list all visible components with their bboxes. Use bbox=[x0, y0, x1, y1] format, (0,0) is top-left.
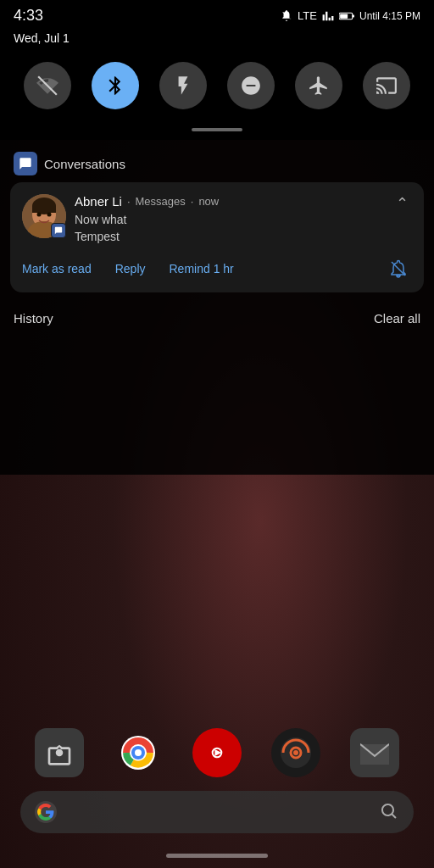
conversations-icon bbox=[14, 152, 37, 175]
notif-message1: Now what bbox=[75, 212, 392, 229]
svg-point-10 bbox=[47, 213, 52, 217]
chat-icon bbox=[19, 157, 32, 170]
chrome-app-icon[interactable] bbox=[114, 728, 163, 777]
clear-all-button[interactable]: Clear all bbox=[374, 311, 420, 326]
spacer bbox=[0, 334, 434, 715]
notif-time: now bbox=[198, 195, 219, 208]
battery-icon bbox=[339, 11, 354, 21]
date-bar: Wed, Jul 1 bbox=[0, 28, 434, 52]
wifi-tile[interactable] bbox=[24, 62, 71, 109]
snooze-bell-icon bbox=[388, 259, 409, 279]
gmail-icon bbox=[360, 741, 389, 765]
history-button[interactable]: History bbox=[14, 311, 53, 326]
history-row: History Clear all bbox=[0, 303, 434, 334]
gmail-app-icon[interactable] bbox=[350, 728, 399, 777]
status-time: 4:33 bbox=[14, 7, 43, 25]
cast-tile[interactable] bbox=[363, 62, 410, 109]
airplane-icon bbox=[308, 75, 330, 97]
mark-as-read-button[interactable]: Mark as read bbox=[22, 257, 102, 281]
notif-separator: · bbox=[191, 195, 194, 208]
camera-app-icon[interactable] bbox=[35, 728, 84, 777]
airplane-tile[interactable] bbox=[295, 62, 342, 109]
flashlight-icon bbox=[172, 75, 194, 97]
flashlight-tile[interactable] bbox=[159, 62, 207, 109]
cast-icon bbox=[376, 75, 398, 97]
google-g-icon bbox=[34, 800, 58, 824]
home-pill bbox=[166, 854, 268, 858]
svg-rect-8 bbox=[32, 206, 56, 213]
search-bar[interactable] bbox=[20, 791, 414, 833]
battery-text: Until 4:15 PM bbox=[359, 10, 420, 22]
svg-point-9 bbox=[37, 213, 42, 217]
conversations-label: Conversations bbox=[44, 157, 125, 171]
avatar-container bbox=[22, 194, 66, 238]
camera-icon bbox=[46, 739, 73, 766]
notif-sender-row: Abner Li · Messages · now bbox=[75, 194, 392, 209]
drag-pill bbox=[192, 128, 242, 131]
app-dock bbox=[0, 715, 434, 791]
svg-rect-1 bbox=[340, 14, 348, 18]
pocket-casts-app-icon[interactable] bbox=[271, 728, 320, 777]
play-icon bbox=[203, 739, 231, 766]
youtube-music-app-icon[interactable] bbox=[192, 728, 242, 777]
notif-left: Abner Li · Messages · now Now what Tempe… bbox=[22, 194, 392, 245]
quick-settings bbox=[0, 52, 434, 123]
pocket-casts-icon bbox=[280, 737, 312, 769]
svg-point-15 bbox=[135, 749, 142, 756]
google-lens-icon[interactable] bbox=[380, 802, 400, 822]
drag-handle bbox=[0, 123, 434, 140]
expand-chevron-icon[interactable]: ⌃ bbox=[392, 194, 412, 213]
home-indicator bbox=[0, 847, 434, 868]
notif-app: · bbox=[127, 195, 131, 208]
notif-sender: Abner Li bbox=[75, 194, 122, 209]
message-icon bbox=[54, 226, 63, 235]
notif-info: Abner Li · Messages · now Now what Tempe… bbox=[75, 194, 392, 245]
notifications-panel: Conversations bbox=[0, 140, 434, 299]
svg-rect-2 bbox=[353, 14, 354, 17]
notif-header: Abner Li · Messages · now Now what Tempe… bbox=[22, 194, 412, 245]
reply-button[interactable]: Reply bbox=[105, 257, 156, 281]
bluetooth-icon bbox=[104, 75, 126, 97]
svg-point-21 bbox=[293, 750, 298, 755]
status-bar: 4:33 LTE Until 4:15 PM bbox=[0, 0, 434, 28]
mute-icon bbox=[281, 10, 292, 22]
notif-actions: Mark as read Reply Remind 1 hr bbox=[22, 255, 412, 282]
notif-app-name: Messages bbox=[136, 195, 186, 208]
signal-icon bbox=[322, 10, 334, 22]
notif-message2: Tempest bbox=[75, 229, 392, 246]
dnd-icon bbox=[240, 75, 262, 97]
date-text: Wed, Jul 1 bbox=[14, 31, 70, 45]
remind-button[interactable]: Remind 1 hr bbox=[159, 257, 244, 281]
notification-card: Abner Li · Messages · now Now what Tempe… bbox=[10, 182, 424, 292]
lte-label: LTE bbox=[298, 9, 317, 22]
bluetooth-tile[interactable] bbox=[92, 62, 139, 109]
chrome-icon bbox=[120, 734, 157, 771]
messages-badge bbox=[51, 223, 66, 238]
wifi-icon bbox=[36, 75, 58, 97]
snooze-icon[interactable] bbox=[385, 255, 412, 282]
dnd-tile[interactable] bbox=[227, 62, 275, 109]
status-icons: LTE Until 4:15 PM bbox=[281, 9, 420, 22]
conversations-header: Conversations bbox=[10, 147, 424, 182]
